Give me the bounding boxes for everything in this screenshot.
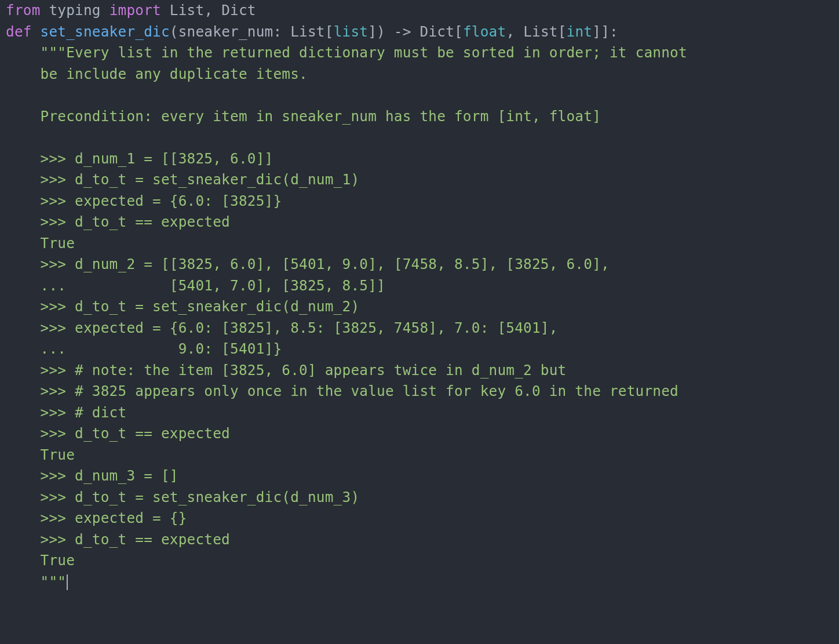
docstring-line: >>> expected = {6.0: [3825]} xyxy=(6,192,282,209)
import-names: List, Dict xyxy=(170,2,256,19)
docstring-line: """Every list in the returned dictionary… xyxy=(6,44,687,61)
docstring-line: >>> d_to_t == expected xyxy=(6,531,230,548)
docstring-line: >>> d_num_2 = [[3825, 6.0], [5401, 9.0],… xyxy=(6,256,610,272)
keyword-from: from xyxy=(6,2,41,19)
docstring-line: >>> expected = {6.0: [3825], 8.5: [3825,… xyxy=(6,319,558,336)
docstring-line: """ xyxy=(6,573,66,590)
docstring-line: ... [5401, 7.0], [3825, 8.5]] xyxy=(6,277,385,294)
docstring-line: be include any duplicate items. xyxy=(6,66,308,82)
docstring-line: >>> d_to_t == expected xyxy=(6,213,230,230)
docstring-line: >>> d_num_3 = [] xyxy=(6,467,178,484)
docstring-line: >>> # dict xyxy=(6,404,126,421)
signature: ]]: xyxy=(592,23,618,40)
docstring-line: True xyxy=(6,446,75,463)
signature: ) -> Dict[ xyxy=(377,23,463,40)
type-int: int xyxy=(567,23,593,40)
docstring-line: ... 9.0: [5401]} xyxy=(6,340,282,357)
docstring-line: Precondition: every item in sneaker_num … xyxy=(6,108,601,125)
signature: , List[ xyxy=(506,23,566,40)
docstring-line: >>> # 3825 appears only once in the valu… xyxy=(6,383,679,399)
paren: ( xyxy=(170,23,178,40)
module-name: typing xyxy=(49,2,100,19)
code-editor[interactable]: from typing import List, Dict def set_sn… xyxy=(0,0,839,592)
docstring-line: >>> d_to_t = set_sneaker_dic(d_num_2) xyxy=(6,298,359,315)
text-cursor xyxy=(67,574,68,590)
docstring-line: >>> d_num_1 = [[3825, 6.0]] xyxy=(6,150,273,167)
param: sneaker_num: List xyxy=(178,23,325,40)
bracket: [ xyxy=(325,23,334,40)
docstring-line: >>> # note: the item [3825, 6.0] appears… xyxy=(6,362,567,379)
bracket: ] xyxy=(368,23,377,40)
docstring-line: >>> expected = {} xyxy=(6,510,187,526)
docstring-line: True xyxy=(6,552,75,569)
type-float: float xyxy=(463,23,506,40)
keyword-def: def xyxy=(6,23,32,40)
docstring-line: >>> d_to_t == expected xyxy=(6,425,230,442)
function-name: set_sneaker_dic xyxy=(41,23,170,40)
docstring-line: >>> d_to_t = set_sneaker_dic(d_num_1) xyxy=(6,171,359,188)
type-list: list xyxy=(334,23,369,40)
docstring-line: >>> d_to_t = set_sneaker_dic(d_num_3) xyxy=(6,489,359,505)
keyword-import: import xyxy=(110,2,161,19)
docstring-line: True xyxy=(6,235,75,252)
